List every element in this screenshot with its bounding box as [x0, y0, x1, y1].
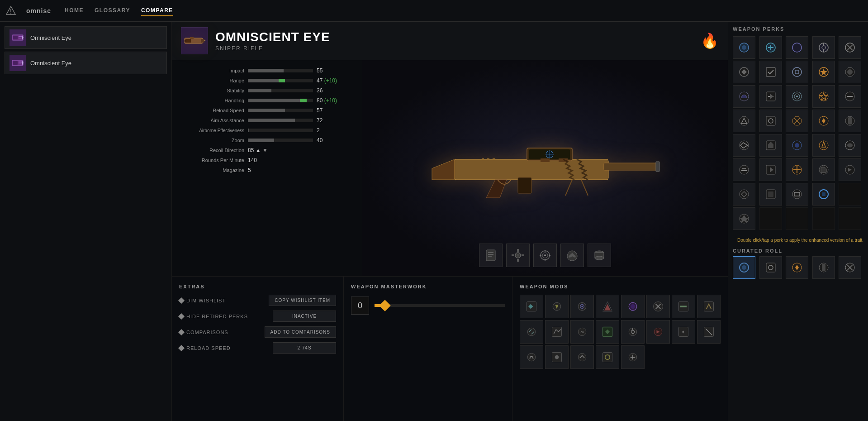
mod-cell-7[interactable] — [672, 295, 695, 318]
nav-compare[interactable]: COMPARE — [141, 5, 173, 16]
mod-cell-8[interactable] — [697, 295, 721, 318]
svg-line-33 — [565, 180, 572, 196]
perk-7-2[interactable] — [759, 183, 782, 206]
reload-speed-btn[interactable]: 2.74s — [273, 342, 336, 354]
perk-2-4[interactable] — [812, 61, 835, 83]
mod-cell-9[interactable] — [520, 320, 543, 344]
site-name: omnisc — [26, 7, 51, 14]
perk-5-5[interactable] — [839, 134, 861, 157]
mod-cell-4[interactable] — [596, 295, 619, 318]
mod-cell-20[interactable] — [596, 345, 619, 369]
perk-7-1[interactable] — [733, 183, 755, 206]
perk-7-3[interactable] — [786, 183, 808, 206]
masterwork-slider[interactable] — [375, 304, 505, 307]
perk-1-2[interactable] — [759, 36, 782, 59]
curated-perk-5[interactable] — [839, 256, 861, 279]
svg-rect-104 — [847, 69, 853, 75]
sidebar-item-1[interactable]: Omniscient Eye — [5, 26, 167, 49]
svg-point-59 — [581, 306, 583, 307]
perk-1-4[interactable] — [812, 36, 835, 59]
curated-perk-3[interactable] — [786, 256, 808, 279]
mod-cell-19[interactable] — [570, 345, 594, 369]
perk-3-2[interactable] — [759, 85, 782, 108]
perk-8-3 — [786, 207, 808, 230]
perk-8-1[interactable] — [733, 207, 755, 230]
perk-3-5[interactable] — [839, 85, 861, 108]
stat-value-aim: 72 — [317, 117, 353, 124]
perk-2-5[interactable] — [839, 61, 861, 83]
perk-4-4[interactable] — [812, 110, 835, 132]
perk-6-4[interactable] — [812, 158, 835, 181]
perk-3-4[interactable] — [812, 85, 835, 108]
weapon-icon-box — [181, 27, 208, 54]
mod-cell-16[interactable] — [697, 320, 721, 344]
inactive-btn[interactable]: INACTIVE — [273, 311, 336, 322]
perk-5-3[interactable] — [786, 134, 808, 157]
perk-drum-icon[interactable] — [588, 244, 611, 267]
curated-perk-4[interactable] — [812, 256, 835, 279]
perk-3-3[interactable] — [786, 85, 808, 108]
perks-grid — [733, 36, 863, 230]
perk-target-icon[interactable] — [533, 244, 557, 267]
curated-perk-1[interactable] — [733, 256, 755, 279]
perk-1-1[interactable] — [733, 36, 755, 59]
perk-6-2[interactable] — [759, 158, 782, 181]
extras-row-retired: HIDE RETIRED PERKS INACTIVE — [179, 311, 336, 322]
weapon-image — [427, 128, 663, 209]
mod-cell-15[interactable]: ✦ — [672, 320, 695, 344]
curated-perk-2[interactable] — [759, 256, 782, 279]
diamond-icon-comparisons — [178, 329, 185, 335]
mod-cell-18[interactable] — [545, 345, 569, 369]
perk-1-5[interactable] — [839, 36, 861, 59]
perk-2-2[interactable] — [759, 61, 782, 83]
svg-rect-32 — [493, 158, 495, 160]
mod-cell-11[interactable]: ∞ — [570, 320, 594, 344]
perk-4-3[interactable] — [786, 110, 808, 132]
stat-bar-reload — [248, 109, 313, 112]
weapon-image-area — [362, 60, 728, 276]
svg-rect-30 — [482, 158, 484, 160]
perk-3-1[interactable] — [733, 85, 755, 108]
svg-point-140 — [742, 265, 746, 270]
nav-home[interactable]: HOME — [65, 5, 84, 16]
perk-eagle-icon[interactable] — [560, 244, 584, 267]
perk-2-1[interactable] — [733, 61, 755, 83]
nav-glossary[interactable]: GLOSSARY — [95, 5, 130, 16]
mod-cell-5[interactable] — [621, 295, 645, 318]
perk-5-1[interactable] — [733, 134, 755, 157]
perk-gear-icon[interactable] — [506, 244, 530, 267]
perk-4-2[interactable] — [759, 110, 782, 132]
perk-4-5[interactable] — [839, 110, 861, 132]
perk-6-3[interactable] — [786, 158, 808, 181]
copy-wishlist-btn[interactable]: COPY WISHLIST ITEM — [269, 295, 336, 306]
add-to-comparisons-btn[interactable]: ADD TO COMPARISONS — [265, 326, 336, 338]
perk-5-4[interactable] — [812, 134, 835, 157]
mod-cell-3[interactable] — [570, 295, 594, 318]
perk-2-3[interactable] — [786, 61, 808, 83]
perk-1-3[interactable] — [786, 36, 808, 59]
masterwork-thumb[interactable] — [379, 300, 391, 311]
perk-4-1[interactable] — [733, 110, 755, 132]
mod-cell-13[interactable] — [621, 320, 645, 344]
perk-5-2[interactable] — [759, 134, 782, 157]
mod-cell-10[interactable] — [545, 320, 569, 344]
mod-cell-14[interactable] — [646, 320, 670, 344]
svg-rect-141 — [766, 263, 775, 272]
svg-point-54 — [595, 256, 604, 260]
mod-cell-6[interactable] — [646, 295, 670, 318]
site-logo[interactable] — [5, 5, 17, 17]
mod-cell-12[interactable] — [596, 320, 619, 344]
mod-cell-1[interactable] — [520, 295, 543, 318]
svg-rect-42 — [517, 259, 519, 262]
perk-7-4[interactable] — [812, 183, 835, 206]
mod-cell-2[interactable] — [545, 295, 569, 318]
mods-title: WEAPON MODS — [520, 284, 721, 289]
perk-book-icon[interactable] — [479, 244, 503, 267]
perk-6-1[interactable] — [733, 158, 755, 181]
mod-cell-17[interactable] — [520, 345, 543, 369]
stat-value-zoom: 40 — [317, 137, 353, 144]
sidebar-item-2[interactable]: Omniscient Eye — [5, 52, 167, 74]
mod-cell-21[interactable] — [621, 345, 645, 369]
perk-6-5[interactable] — [839, 158, 861, 181]
svg-rect-145 — [822, 264, 825, 271]
